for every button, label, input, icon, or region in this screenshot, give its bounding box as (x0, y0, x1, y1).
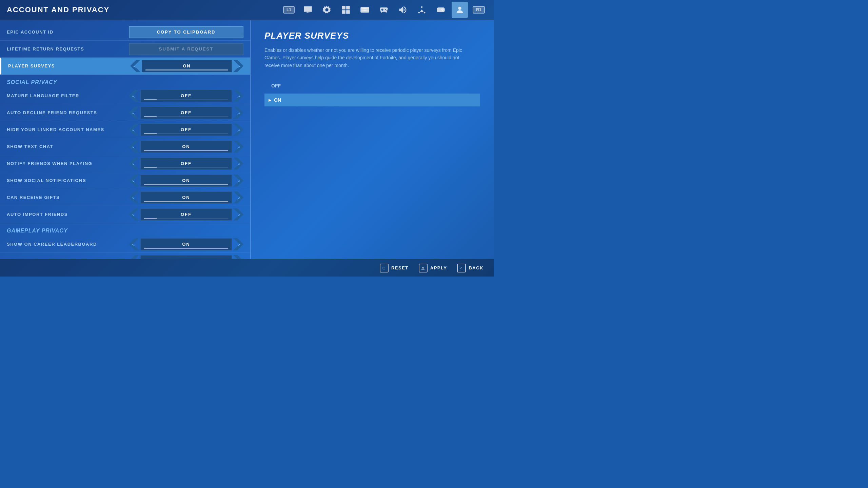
show-career-leaderboard-right[interactable]: ▶ (233, 238, 243, 250)
hide-linked-accounts-row[interactable]: HIDE YOUR LINKED ACCOUNT NAMES ◀ OFF ▶ (0, 121, 250, 138)
epic-account-row: EPIC ACCOUNT ID COPY TO CLIPBOARD (0, 24, 250, 41)
right-panel: PLAYER SURVEYS Enables or disables wheth… (251, 20, 494, 259)
left-panel: EPIC ACCOUNT ID COPY TO CLIPBOARD LIFETI… (0, 20, 251, 259)
r1-label: R1 (473, 6, 485, 14)
copy-to-clipboard-button[interactable]: COPY TO CLIPBOARD (129, 26, 243, 38)
show-career-leaderboard-label: SHOW ON CAREER LEADERBOARD (7, 242, 129, 247)
keyboard-icon[interactable] (357, 2, 373, 18)
auto-import-friends-label: AUTO IMPORT FRIENDS (7, 212, 129, 217)
svg-rect-9 (367, 8, 367, 9)
show-text-chat-right[interactable]: ▶ (233, 141, 243, 153)
right-panel-description: Enables or disables whether or not you a… (264, 46, 468, 69)
network-icon[interactable] (414, 2, 430, 18)
notify-friends-right[interactable]: ▶ (233, 158, 243, 170)
anonymous-mode-left[interactable]: ◀ (129, 255, 139, 259)
right-panel-title: PLAYER SURVEYS (264, 30, 480, 41)
anonymous-mode-control: ◀ ON ▶ (129, 255, 243, 259)
reset-button[interactable]: □ RESET (380, 264, 409, 272)
auto-import-friends-value-box: OFF (140, 208, 232, 221)
player-surveys-bar (145, 69, 228, 70)
notify-friends-left[interactable]: ◀ (129, 158, 139, 170)
back-button[interactable]: ○ BACK (457, 264, 484, 272)
option-on-label: ON (274, 97, 281, 103)
mature-language-filter-label: MATURE LANGUAGE FILTER (7, 93, 129, 98)
auto-import-friends-value: OFF (181, 212, 192, 217)
can-receive-gifts-right[interactable]: ▶ (233, 191, 243, 204)
svg-rect-5 (362, 8, 362, 9)
svg-point-24 (458, 7, 461, 10)
auto-decline-friend-left[interactable]: ◀ (129, 107, 139, 119)
apply-button[interactable]: △ APPLY (419, 264, 447, 272)
r1-badge-icon[interactable]: R1 (471, 2, 487, 18)
reset-icon: □ (380, 264, 389, 272)
notify-friends-row[interactable]: NOTIFY FRIENDS WHEN PLAYING ◀ OFF ▶ (0, 155, 250, 172)
auto-import-friends-row[interactable]: AUTO IMPORT FRIENDS ◀ OFF ▶ (0, 206, 250, 223)
player-surveys-label: PLAYER SURVEYS (8, 63, 130, 68)
mature-language-filter-row[interactable]: MATURE LANGUAGE FILTER ◀ OFF ▶ (0, 87, 250, 104)
player-surveys-row[interactable]: PLAYER SURVEYS ◀ ON ▶ (0, 58, 250, 75)
player-surveys-left-arrow[interactable]: ◀ (130, 60, 140, 72)
mature-language-filter-value: OFF (181, 93, 192, 98)
hide-linked-accounts-right[interactable]: ▶ (233, 124, 243, 136)
l1-badge-icon[interactable]: L1 (281, 2, 297, 18)
apply-label: APPLY (430, 265, 447, 270)
mature-language-filter-right[interactable]: ▶ (233, 90, 243, 102)
bottom-bar: □ RESET △ APPLY ○ BACK (0, 259, 494, 277)
reset-label: RESET (391, 265, 409, 270)
show-text-chat-row[interactable]: SHOW TEXT CHAT ◀ ON ▶ (0, 138, 250, 155)
settings-icon[interactable] (319, 2, 335, 18)
monitor-icon[interactable] (300, 2, 316, 18)
auto-decline-friend-value-box: OFF (140, 107, 232, 119)
can-receive-gifts-left[interactable]: ◀ (129, 191, 139, 204)
auto-import-friends-control: ◀ OFF ▶ (129, 208, 243, 221)
show-text-chat-left[interactable]: ◀ (129, 141, 139, 153)
auto-decline-friend-row[interactable]: AUTO DECLINE FRIEND REQUESTS ◀ OFF ▶ (0, 104, 250, 121)
back-icon: ○ (457, 264, 466, 272)
option-off-label: OFF (271, 83, 281, 88)
top-navigation: ACCOUNT AND PRIVACY L1 (0, 0, 494, 20)
can-receive-gifts-value-box: ON (140, 191, 232, 204)
notify-friends-label: NOTIFY FRIENDS WHEN PLAYING (7, 161, 129, 166)
show-text-chat-value: ON (182, 144, 190, 149)
auto-import-friends-left[interactable]: ◀ (129, 208, 139, 221)
option-off[interactable]: OFF (264, 79, 480, 92)
lifetime-return-row: LIFETIME RETURN REQUESTS SUBMIT A REQUES… (0, 41, 250, 58)
show-career-leaderboard-left[interactable]: ◀ (129, 238, 139, 250)
svg-rect-0 (342, 6, 346, 9)
main-layout: EPIC ACCOUNT ID COPY TO CLIPBOARD LIFETI… (0, 20, 494, 259)
gamepad2-icon[interactable] (433, 2, 449, 18)
show-social-notifications-right[interactable]: ▶ (233, 175, 243, 187)
can-receive-gifts-control: ◀ ON ▶ (129, 191, 243, 204)
option-on[interactable]: ▶ ON (264, 94, 480, 106)
notify-friends-value: OFF (181, 161, 192, 166)
svg-point-16 (421, 6, 423, 8)
lifetime-return-label: LIFETIME RETURN REQUESTS (7, 46, 129, 52)
display-icon[interactable] (338, 2, 354, 18)
show-career-leaderboard-row[interactable]: SHOW ON CAREER LEADERBOARD ◀ ON ▶ (0, 236, 250, 253)
auto-import-friends-right[interactable]: ▶ (233, 208, 243, 221)
controller-icon[interactable] (376, 2, 392, 18)
show-text-chat-value-box: ON (140, 141, 232, 153)
svg-rect-10 (368, 8, 368, 9)
option-list: OFF ▶ ON (264, 79, 480, 106)
svg-rect-13 (364, 10, 366, 11)
mature-language-filter-left[interactable]: ◀ (129, 90, 139, 102)
show-social-notifications-control: ◀ ON ▶ (129, 175, 243, 187)
svg-rect-1 (346, 6, 350, 9)
hide-linked-accounts-left[interactable]: ◀ (129, 124, 139, 136)
player-surveys-right-arrow[interactable]: ▶ (233, 60, 243, 72)
svg-point-20 (442, 9, 443, 9)
show-social-notifications-row[interactable]: SHOW SOCIAL NOTIFICATIONS ◀ ON ▶ (0, 172, 250, 189)
can-receive-gifts-row[interactable]: CAN RECEIVE GIFTS ◀ ON ▶ (0, 189, 250, 206)
show-social-notifications-left[interactable]: ◀ (129, 175, 139, 187)
svg-point-23 (441, 9, 442, 10)
account-icon[interactable] (452, 2, 468, 18)
audio-icon[interactable] (395, 2, 411, 18)
svg-point-17 (418, 12, 420, 14)
anonymous-mode-row[interactable]: ANONYMOUS MODE ◀ ON ▶ (0, 253, 250, 259)
can-receive-gifts-label: CAN RECEIVE GIFTS (7, 195, 129, 200)
svg-rect-7 (364, 8, 365, 9)
anonymous-mode-right[interactable]: ▶ (233, 255, 243, 259)
auto-decline-friend-right[interactable]: ▶ (233, 107, 243, 119)
submit-request-button[interactable]: SUBMIT A REQUEST (129, 43, 243, 55)
